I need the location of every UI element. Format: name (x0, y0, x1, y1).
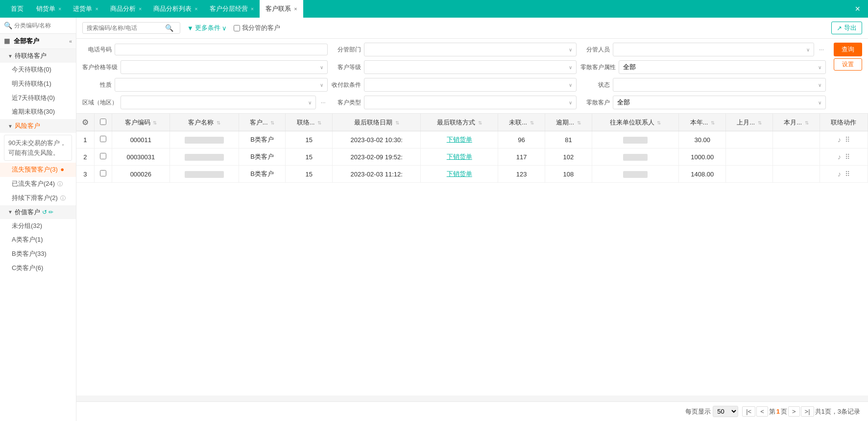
status-select[interactable]: ∨ (613, 78, 826, 92)
sort-icon[interactable]: ⇅ (270, 120, 274, 125)
region-select[interactable]: ∨ (121, 96, 316, 109)
sidebar-item-tomorrow-contact[interactable]: 明天待联络(1) (0, 77, 76, 91)
chevron-down-icon: ∨ (818, 65, 821, 70)
contact-action-icon[interactable]: ♪ (838, 170, 841, 178)
sidebar-item-a-class[interactable]: A类客户(1) (0, 233, 76, 247)
filter-field-manager: 分管人员 ∨ ··· (580, 43, 826, 56)
price-level-select[interactable]: ∨ (121, 60, 328, 74)
sidebar-group-pending[interactable]: ▼ 待联络客户 (0, 49, 76, 63)
scatter-customer-select[interactable]: 全部 ∨ (613, 96, 826, 109)
close-tab-product-analysis[interactable]: × (139, 6, 142, 12)
next-page-btn[interactable]: > (788, 406, 800, 417)
payment-select[interactable]: ∨ (364, 78, 577, 92)
sidebar-group-risk[interactable]: ▼ 风险客户 (0, 119, 76, 133)
sort-icon[interactable]: ⇅ (657, 120, 661, 125)
arrow-icon-risk: ▼ (8, 124, 13, 129)
more-conditions-btn[interactable]: ▼ 更多条件 ∨ (184, 22, 230, 34)
nav-tab-product-analysis[interactable]: 商品分析 × (104, 0, 147, 18)
table-row: 1 000011 B类客户 15 2023-03-02 10:30: 下销货单 … (76, 131, 868, 149)
more-action-icon[interactable]: ⠿ (845, 170, 850, 178)
nav-tab-product-list[interactable]: 商品分析列表 × (147, 0, 203, 18)
filter-search-icon[interactable]: 🔍 (165, 24, 173, 32)
close-tab-purchase[interactable]: × (95, 6, 98, 12)
sort-icon[interactable]: ⇅ (478, 120, 482, 125)
nav-tab-home[interactable]: 首页 (4, 0, 30, 18)
first-page-btn[interactable]: |< (742, 406, 755, 417)
contact-action-icon[interactable]: ♪ (838, 153, 841, 161)
sidebar-item-ungrouped[interactable]: 未分组(32) (0, 219, 76, 233)
contact-method-link[interactable]: 下销货单 (447, 170, 472, 177)
setting-btn[interactable]: 设置 (834, 58, 862, 71)
sort-icon[interactable]: ⇅ (758, 120, 762, 125)
td-overdue: 102 (545, 149, 592, 166)
horizontal-scrollbar[interactable] (76, 396, 868, 401)
sort-icon[interactable]: ⇅ (317, 120, 321, 125)
collapse-icon[interactable]: « (69, 38, 72, 44)
td-name (170, 149, 239, 166)
dept-select[interactable]: ∨ (364, 43, 577, 56)
row-checkbox[interactable] (100, 153, 106, 159)
select-all-checkbox[interactable] (100, 119, 106, 125)
row-checkbox[interactable] (100, 136, 106, 142)
sort-icon[interactable]: ⇅ (217, 120, 220, 125)
sidebar-item-declining[interactable]: 持续下滑客户(2) ⓘ (0, 191, 76, 205)
customer-level-select[interactable]: ∨ (364, 60, 577, 74)
sort-icon[interactable]: ⇅ (577, 120, 581, 125)
sort-icon[interactable]: ⇅ (530, 120, 534, 125)
customer-type-select[interactable]: ∨ (364, 96, 577, 109)
filter-search-input[interactable] (87, 25, 165, 31)
scatter-attr-select[interactable]: 全部 ∨ (619, 60, 826, 74)
main-layout: 🔍 ▦ 全部客户 « ▼ 待联络客户 今天待联络(0) 明天待联络(1) 近7天… (0, 18, 868, 421)
sidebar-item-churned[interactable]: 已流失客户(24) ⓘ (0, 177, 76, 191)
edit-value-group[interactable]: ↺ ✏ (42, 209, 53, 216)
my-customers-checkbox[interactable] (234, 25, 240, 31)
query-btn[interactable]: 查询 (834, 43, 862, 56)
contact-person-blurred (623, 171, 648, 178)
sidebar-item-overdue-contact[interactable]: 逾期未联络(30) (0, 105, 76, 119)
more-action-icon[interactable]: ⠿ (845, 136, 850, 144)
contact-method-link[interactable]: 下销货单 (447, 136, 472, 143)
export-icon: ↗ (837, 25, 842, 32)
manager-more-btn[interactable]: ··· (817, 46, 826, 53)
nav-tab-customer-contact[interactable]: 客户联系 × (260, 0, 303, 18)
sidebar-item-c-class[interactable]: C类客户(6) (0, 261, 76, 275)
contact-action-icon[interactable]: ♪ (838, 136, 841, 144)
nature-select[interactable]: ∨ (115, 78, 328, 92)
manager-select[interactable]: ∨ (613, 43, 814, 56)
window-close-btn[interactable]: × (851, 4, 864, 14)
phone-input[interactable] (115, 44, 328, 55)
sidebar-search-input[interactable] (14, 22, 76, 29)
row-checkbox[interactable] (100, 170, 106, 176)
more-action-icon[interactable]: ⠿ (845, 153, 850, 161)
sidebar-item-churn-warning[interactable]: 流失预警客户(3) ● (0, 163, 76, 177)
region-more-btn[interactable]: ··· (319, 99, 328, 106)
close-tab-customer-contact[interactable]: × (294, 6, 297, 12)
customer-name-blurred (185, 137, 224, 144)
sidebar-group-value[interactable]: ▼ 价值客户 ↺ ✏ (0, 205, 76, 219)
page-size-select[interactable]: 50 100 200 (713, 406, 738, 417)
sidebar-item-7day-contact[interactable]: 近7天待联络(0) (0, 91, 76, 105)
prev-page-btn[interactable]: < (756, 406, 768, 417)
close-tab-sales[interactable]: × (58, 6, 61, 12)
all-customers-header[interactable]: ▦ 全部客户 « (0, 34, 76, 49)
last-page-btn[interactable]: >| (801, 406, 814, 417)
nav-tab-customer-tier[interactable]: 客户分层经营 × (204, 0, 260, 18)
close-tab-product-list[interactable]: × (194, 6, 197, 12)
nav-tab-sales[interactable]: 销货单 × (30, 0, 67, 18)
page-navigation: |< < 第 1 页 > >| 共1页，3条记录 (742, 406, 860, 417)
sidebar-item-today-contact[interactable]: 今天待联络(0) (0, 63, 76, 77)
export-btn[interactable]: ↗ 导出 (831, 22, 862, 34)
close-tab-customer-tier[interactable]: × (251, 6, 254, 12)
th-checkbox (94, 114, 112, 131)
contact-method-link[interactable]: 下销货单 (447, 153, 472, 160)
filter-row-2: 客户价格等级 ∨ 客户等级 ∨ (82, 60, 826, 74)
td-index: 1 (76, 131, 94, 149)
sort-icon[interactable]: ⇅ (153, 120, 157, 125)
sort-icon[interactable]: ⇅ (711, 120, 715, 125)
sidebar-item-b-class[interactable]: B类客户(33) (0, 247, 76, 261)
sort-icon[interactable]: ⇅ (805, 120, 809, 125)
nav-tab-purchase[interactable]: 进货单 × (67, 0, 104, 18)
chevron-down-icon: ∨ (818, 100, 821, 105)
column-settings-icon[interactable]: ⚙ (82, 118, 89, 126)
sort-icon[interactable]: ⇅ (395, 120, 399, 125)
